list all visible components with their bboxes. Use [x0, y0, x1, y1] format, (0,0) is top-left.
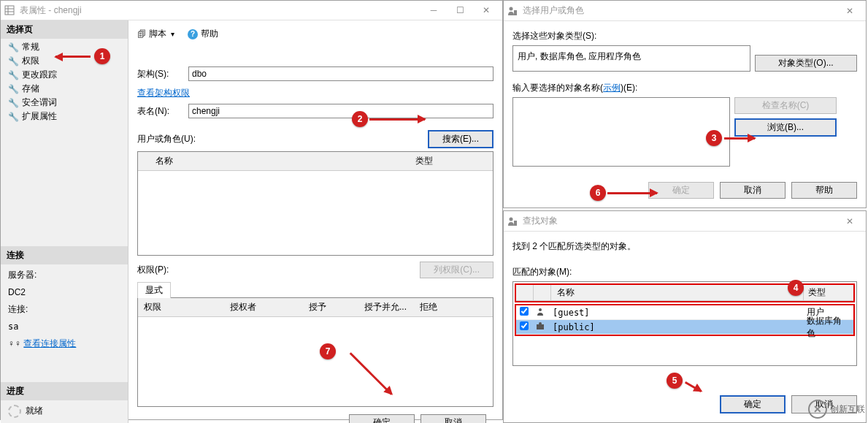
progress-header: 进度: [1, 382, 128, 400]
select-user-role-dialog: 选择用户或角色 ✕ 选择这些对象类型(S): 用户, 数据库角色, 应用程序角色…: [503, 0, 867, 208]
role-icon: [532, 321, 548, 332]
help-icon: ?: [188, 29, 198, 39]
wrench-icon: 🔧: [8, 84, 19, 94]
annotation-arrow-3: [724, 137, 755, 140]
annotation-arrow-2: [369, 118, 425, 121]
grid-col-type: 类型: [398, 152, 493, 170]
script-button[interactable]: 🗐脚本: [137, 28, 174, 40]
object-types-box: 用户, 数据库角色, 应用程序角色: [512, 45, 750, 72]
table-name-label: 表名(N):: [137, 105, 188, 118]
svg-point-10: [539, 322, 542, 325]
cancel-button-left[interactable]: 取消: [420, 414, 486, 423]
search-button[interactable]: 搜索(E)...: [428, 130, 493, 148]
explicit-tab[interactable]: 显式: [137, 282, 171, 298]
find-objects-dialog: 查找对象 ✕ 找到 2 个匹配所选类型的对象。 匹配的对象(M): 名称 类型: [503, 210, 867, 423]
annotation-4: 4: [788, 280, 804, 296]
close-button[interactable]: ✕: [473, 1, 499, 20]
svg-point-4: [510, 7, 513, 10]
sidebar: 选择页 🔧常规 🔧权限 🔧更改跟踪 🔧存储 🔧安全谓词 🔧扩展属性 连接 服务器…: [1, 20, 128, 423]
svg-rect-0: [5, 6, 14, 15]
grid-col-name: 名称: [138, 152, 398, 170]
perm-col-permission: 权限: [138, 298, 224, 316]
table-name-input[interactable]: [188, 104, 493, 118]
wrench-icon: 🔧: [8, 42, 19, 53]
schema-label: 架构(S):: [137, 68, 188, 80]
row-checkbox[interactable]: [520, 307, 529, 316]
titlebar-rb: 查找对象 ✕: [504, 211, 866, 232]
example-link[interactable]: 示例: [603, 83, 621, 93]
sidebar-item-extended-props[interactable]: 🔧扩展属性: [1, 110, 128, 123]
matching-objects-label: 匹配的对象(M):: [512, 266, 857, 278]
svg-point-8: [539, 308, 542, 311]
svg-point-6: [510, 217, 513, 221]
svg-rect-7: [514, 221, 517, 226]
ok-button-left[interactable]: 确定: [349, 414, 415, 423]
window-title: 表属性 - chengji: [20, 4, 420, 17]
object-row-public[interactable]: [public] 数据库角色: [516, 320, 853, 335]
annotation-1: 1: [94, 48, 110, 64]
perm-col-grant: 授予: [303, 298, 358, 316]
object-types-label: 选择这些对象类型(S):: [512, 30, 750, 42]
select-page-header: 选择页: [1, 20, 128, 39]
sidebar-item-storage[interactable]: 🔧存储: [1, 82, 128, 96]
row-checkbox[interactable]: [520, 321, 529, 330]
server-value: DC2: [1, 284, 128, 300]
maximize-button[interactable]: ☐: [447, 1, 473, 20]
main-content: 🗐脚本 ?帮助 架构(S): 查看架构权限 表名(N): 用户或角色(U):: [128, 20, 502, 423]
matching-objects-grid[interactable]: 名称 类型 [guest] 用户 [public]: [512, 281, 857, 366]
wrench-icon: 🔧: [8, 70, 19, 80]
annotation-7: 7: [320, 343, 336, 359]
found-count-label: 找到 2 个匹配所选类型的对象。: [512, 240, 857, 253]
titlebar-left: 表属性 - chengji ─ ☐ ✕: [1, 1, 502, 20]
cancel-button-rt[interactable]: 取消: [720, 182, 786, 199]
help-button[interactable]: ?帮助: [188, 28, 218, 40]
connection-label: 连接:: [1, 300, 128, 319]
table-icon: [4, 4, 15, 16]
connection-icon: ♀♀: [8, 338, 21, 348]
grid-col-icon: [534, 285, 551, 300]
permissions-grid[interactable]: 权限 授权者 授予 授予并允... 拒绝: [137, 297, 493, 407]
wrench-icon: 🔧: [8, 56, 19, 66]
help-button-rt[interactable]: 帮助: [791, 182, 857, 199]
object-type-button[interactable]: 对象类型(O)...: [755, 55, 857, 72]
object-names-input[interactable]: [512, 97, 730, 167]
grid-col-check: [516, 285, 534, 300]
wrench-icon: 🔧: [8, 112, 19, 122]
user-role-grid[interactable]: 名称 类型: [137, 151, 493, 256]
perm-col-grantor: 授权者: [224, 298, 303, 316]
ready-status: 就绪: [1, 402, 128, 421]
permissions-label: 权限(P):: [137, 264, 420, 276]
annotation-arrow-6: [607, 192, 657, 194]
annotation-5: 5: [667, 373, 683, 389]
view-schema-perms-link[interactable]: 查看架构权限: [137, 87, 493, 99]
perm-col-deny: 拒绝: [414, 298, 465, 316]
wrench-icon: 🔧: [8, 98, 19, 108]
close-button-rt[interactable]: ✕: [837, 1, 863, 20]
user-icon: [532, 307, 548, 318]
user-role-label: 用户或角色(U):: [137, 133, 428, 145]
schema-input[interactable]: [188, 66, 493, 81]
column-permissions-button: 列权限(C)...: [420, 262, 493, 278]
dialog-title-rb: 查找对象: [523, 215, 837, 227]
annotation-3: 3: [706, 130, 722, 146]
watermark-icon: ✕: [808, 400, 827, 419]
table-properties-dialog: 表属性 - chengji ─ ☐ ✕ 选择页 🔧常规 🔧权限 🔧更改跟踪 🔧存…: [0, 0, 503, 420]
user-role-icon: [507, 5, 518, 17]
svg-rect-5: [514, 10, 517, 15]
perm-col-with-grant: 授予并允...: [358, 298, 414, 316]
ok-button-rb[interactable]: 确定: [720, 395, 786, 414]
enter-names-label: 输入要选择的对象名称(示例)(E):: [512, 82, 857, 94]
sidebar-item-security-predicate[interactable]: 🔧安全谓词: [1, 96, 128, 110]
check-names-button: 检查名称(C): [734, 97, 837, 114]
grid-col-type: 类型: [804, 285, 853, 300]
sidebar-item-change-tracking[interactable]: 🔧更改跟踪: [1, 68, 128, 82]
connection-header: 连接: [1, 246, 128, 264]
view-connection-link[interactable]: ♀♀ 查看连接属性: [1, 335, 128, 353]
close-button-rb[interactable]: ✕: [837, 212, 863, 231]
watermark: ✕ 创新互联: [808, 400, 865, 419]
dialog-title-rt: 选择用户或角色: [523, 4, 837, 17]
minimize-button[interactable]: ─: [420, 1, 447, 20]
script-icon: 🗐: [137, 29, 146, 39]
annotation-2: 2: [352, 111, 368, 127]
toolbar: 🗐脚本 ?帮助: [137, 28, 493, 45]
